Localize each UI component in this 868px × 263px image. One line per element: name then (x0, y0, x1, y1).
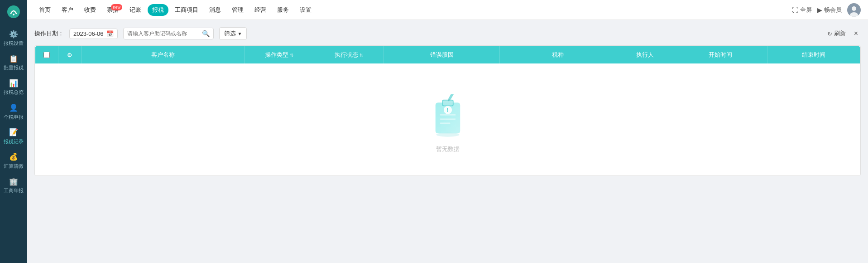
vip-label: 畅会员 (824, 6, 842, 14)
nav-item-baoshui[interactable]: 报税 (148, 4, 168, 16)
sidebar-item-baoshui-zonglam[interactable]: 📊 报税总览 (0, 74, 27, 99)
sidebar-item-piliang-baoshui[interactable]: 📋 批量报税 (0, 50, 27, 74)
sort-icon-exec-status: ⇅ (360, 53, 363, 58)
batch-tax-icon: 📋 (9, 54, 19, 63)
nav-item-gongshang[interactable]: 工商项目 (170, 4, 203, 16)
vip-button[interactable]: ▶ 畅会员 (817, 6, 842, 14)
top-nav: 首页 客户 收费 票据 new 记账 报税 工商项目 消息 管理 经营 服务 设… (27, 0, 868, 20)
fullscreen-icon: ⛶ (792, 6, 798, 14)
calendar-icon: 📅 (106, 30, 114, 37)
th-end-time: 结束时间 (767, 46, 860, 64)
data-table: ⚙ 客户名称 操作类型 ⇅ 执行状态 ⇅ (35, 46, 860, 175)
nav-item-guanli[interactable]: 管理 (227, 4, 248, 16)
sidebar-item-label: 报税设置 (4, 40, 24, 46)
sidebar-item-label: 批量报税 (4, 65, 24, 71)
filter-button[interactable]: 筛选 ▼ (219, 27, 247, 40)
svg-point-0 (7, 5, 20, 18)
vip-icon: ▶ (817, 6, 822, 14)
page-body: 操作日期： 2023-06-06 📅 🔍 筛选 ▼ ↻ 刷新 (27, 20, 868, 263)
svg-point-1 (13, 14, 14, 15)
nav-item-jingying[interactable]: 经营 (250, 4, 271, 16)
overview-icon: 📊 (9, 78, 19, 88)
nav-items: 首页 客户 收费 票据 new 记账 报税 工商项目 消息 管理 经营 服务 设… (34, 4, 792, 16)
date-value: 2023-06-06 (73, 30, 104, 37)
th-checkbox (35, 46, 58, 64)
svg-point-3 (852, 6, 856, 11)
svg-rect-7 (443, 101, 453, 106)
empty-state-cell: ! 暂无数据 (35, 63, 860, 175)
fullscreen-label: 全屏 (800, 6, 812, 14)
date-label: 操作日期： (34, 29, 64, 38)
svg-text:!: ! (446, 107, 448, 113)
svg-rect-13 (448, 94, 455, 100)
nav-item-shezhi[interactable]: 设置 (295, 4, 316, 16)
data-table-wrap: ⚙ 客户名称 操作类型 ⇅ 执行状态 ⇅ (34, 45, 861, 176)
sidebar-item-label: 工商年报 (4, 188, 24, 194)
search-button[interactable]: 🔍 (198, 28, 213, 39)
sidebar-item-huisuan-jiaona[interactable]: 💰 汇算清缴 (0, 148, 27, 173)
new-badge: new (111, 4, 122, 11)
th-client-name: 客户名称 (82, 46, 244, 64)
sort-icon-op-type: ⇅ (290, 53, 293, 58)
empty-text: 暂无数据 (436, 145, 460, 153)
nav-item-fuwu[interactable]: 服务 (273, 4, 293, 16)
person-tax-icon: 👤 (9, 103, 19, 113)
user-avatar[interactable] (847, 3, 861, 17)
th-error-reason: 错误股因 (384, 46, 500, 64)
refresh-icon: ↻ (827, 30, 832, 37)
record-icon: 📝 (9, 127, 19, 137)
search-input[interactable] (124, 29, 198, 39)
nav-item-kehu[interactable]: 客户 (57, 4, 78, 16)
search-wrap: 🔍 (123, 28, 214, 39)
th-start-time: 开始时间 (674, 46, 767, 64)
nav-item-piaoju[interactable]: 票据 new (102, 4, 123, 16)
close-button[interactable]: × (851, 29, 861, 39)
sidebar: ⚙️ 报税设置 📋 批量报税 📊 报税总览 👤 个税申报 📝 报税记录 💰 汇算… (0, 0, 27, 263)
th-tax-type: 税种 (500, 46, 616, 64)
refresh-button[interactable]: ↻ 刷新 (827, 29, 846, 38)
annual-report-icon: 🏢 (9, 176, 19, 186)
filter-label: 筛选 (224, 29, 236, 38)
sidebar-item-label: 个税申报 (4, 114, 24, 120)
nav-right: ⛶ 全屏 ▶ 畅会员 (792, 3, 861, 17)
empty-state-row: ! 暂无数据 (35, 63, 860, 175)
nav-item-xiaoxi[interactable]: 消息 (205, 4, 225, 16)
th-op-type[interactable]: 操作类型 ⇅ (244, 46, 314, 64)
sidebar-item-label: 报税总览 (4, 89, 24, 95)
sidebar-item-baoshui-jilu[interactable]: 📝 报税记录 (0, 124, 27, 148)
sidebar-item-label: 报税记录 (4, 139, 24, 145)
sidebar-item-gongshang-nianbao[interactable]: 🏢 工商年报 (0, 173, 27, 197)
th-exec-status[interactable]: 执行状态 ⇅ (314, 46, 384, 64)
nav-item-shouye[interactable]: 首页 (34, 4, 55, 16)
app-logo (5, 4, 22, 20)
refresh-label: 刷新 (834, 29, 846, 38)
empty-illustration: ! (425, 94, 470, 140)
table-header-row: ⚙ 客户名称 操作类型 ⇅ 执行状态 ⇅ (35, 46, 860, 64)
select-all-checkbox[interactable] (43, 52, 50, 58)
date-picker[interactable]: 2023-06-06 📅 (69, 29, 118, 39)
sidebar-item-geshui-shenbao[interactable]: 👤 个税申报 (0, 99, 27, 124)
nav-item-jizhang[interactable]: 记账 (125, 4, 146, 16)
chevron-down-icon: ▼ (238, 31, 242, 36)
th-executor: 执行人 (616, 46, 674, 64)
empty-state: ! 暂无数据 (41, 67, 854, 171)
settlement-icon: 💰 (9, 152, 19, 162)
svg-point-15 (436, 133, 459, 137)
settings-icon: ⚙️ (9, 29, 19, 39)
table-body: ! 暂无数据 (35, 63, 860, 175)
nav-item-shoufei[interactable]: 收费 (80, 4, 101, 16)
main-area: 首页 客户 收费 票据 new 记账 报税 工商项目 消息 管理 经营 服务 设… (27, 0, 868, 263)
toolbar: 操作日期： 2023-06-06 📅 🔍 筛选 ▼ ↻ 刷新 (34, 27, 861, 40)
th-settings: ⚙ (58, 46, 82, 64)
fullscreen-button[interactable]: ⛶ 全屏 (792, 6, 812, 14)
content-area: 操作日期： 2023-06-06 📅 🔍 筛选 ▼ ↻ 刷新 (27, 20, 868, 263)
sidebar-item-baoshui-shezhi[interactable]: ⚙️ 报税设置 (0, 25, 27, 50)
settings-col-icon[interactable]: ⚙ (67, 52, 72, 58)
sidebar-item-label: 汇算清缴 (4, 163, 24, 169)
